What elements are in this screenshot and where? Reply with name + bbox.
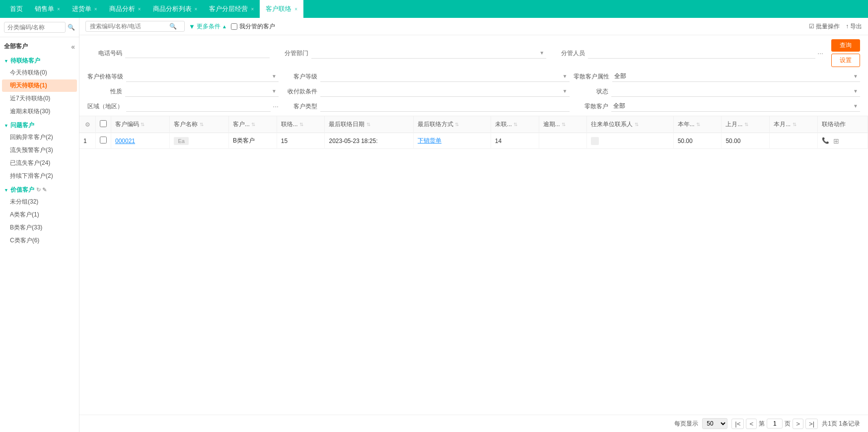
price-level-select[interactable]: ▼ [126, 71, 279, 82]
col-gear: ⚙ [79, 116, 96, 133]
page-number-input[interactable] [767, 419, 783, 429]
dept-select[interactable]: ▼ [311, 48, 547, 59]
sidebar-item-a-class[interactable]: A类客户(1) [2, 209, 77, 221]
unit-contact-placeholder [591, 137, 599, 145]
sort-icon[interactable]: ⇅ [562, 122, 566, 127]
nav-customer-segment[interactable]: 客户分层经营 × [203, 0, 260, 18]
col-name: 客户名称 ⇅ [170, 116, 228, 133]
person-select[interactable] [588, 48, 815, 59]
sidebar-search-input[interactable] [4, 22, 66, 33]
sidebar-item-churned[interactable]: 已流失客户(24) [2, 157, 77, 169]
sort-icon[interactable]: ⇅ [744, 122, 748, 127]
customer-level-select[interactable]: ▼ [320, 71, 570, 82]
price-level-label: 客户价格等级 [87, 72, 123, 81]
customer-type-label: 客户类型 [283, 102, 317, 111]
sort-icon[interactable]: ⇅ [635, 122, 639, 127]
sidebar-item-unclassified[interactable]: 未分组(32) [2, 196, 77, 208]
query-button[interactable]: 查询 [831, 39, 860, 52]
cell-action: 📞 ⊞ [817, 133, 868, 149]
retail-customer-select[interactable]: 全部 ▼ [611, 101, 861, 112]
main-search-input[interactable] [90, 23, 169, 30]
nature-select[interactable]: ▼ [125, 86, 279, 97]
batch-icon: ☑ [809, 23, 814, 30]
nav-sales[interactable]: 销售单 × [29, 0, 66, 18]
chevron-down-icon: ▼ [272, 73, 277, 79]
sidebar-item-b-class[interactable]: B类客户(33) [2, 221, 77, 234]
phone-input[interactable] [125, 49, 270, 58]
sort-icon[interactable]: ⇅ [141, 122, 145, 127]
all-customers-label: 全部客户 [4, 42, 28, 51]
sidebar-item-tomorrow[interactable]: 明天待联络(1) [2, 79, 77, 92]
next-page-btn[interactable]: > [793, 419, 803, 429]
export-btn[interactable]: ↑ 导出 [846, 22, 862, 31]
nav-purchase[interactable]: 进货单 × [66, 0, 103, 18]
filter-row-3: 性质 ▼ 收付款条件 ▼ 状态 [87, 86, 860, 97]
sort-icon[interactable]: ⇅ [513, 122, 517, 127]
nav-home[interactable]: 首页 [4, 0, 29, 18]
more-conditions-btn[interactable]: ▼ 更多条件 ▲ [189, 22, 227, 31]
cell-last-month: 50.00 [722, 133, 770, 149]
cell-code[interactable]: 000021 [111, 133, 170, 149]
cell-name[interactable]: Ea [170, 133, 228, 149]
my-customers-toggle[interactable]: 我分管的客户 [231, 22, 275, 31]
col-unit-contact: 往来单位联系人 ⇅ [587, 116, 673, 133]
table-gear-icon[interactable]: ⚙ [83, 121, 91, 129]
sort-icon[interactable]: ⇅ [793, 122, 796, 127]
select-all-checkbox[interactable] [100, 120, 107, 127]
collapse-icon[interactable]: « [71, 43, 75, 51]
prev-page-btn[interactable]: < [746, 419, 757, 429]
search-box: 🔍 [85, 21, 185, 32]
close-icon: × [195, 6, 198, 12]
sidebar-item-declining[interactable]: 持续下滑客户(2) [2, 170, 77, 182]
set-button[interactable]: 设置 [831, 54, 860, 67]
row-checkbox[interactable] [100, 137, 107, 144]
sort-icon[interactable]: ⇅ [366, 122, 370, 127]
first-page-btn[interactable]: |< [731, 419, 744, 429]
area-label: 区域（地区） [87, 102, 123, 111]
phone-action-icon[interactable]: 📞 [822, 137, 829, 145]
area-dots-icon[interactable]: ··· [273, 102, 279, 110]
per-page-select[interactable]: 50 100 200 [702, 418, 727, 429]
sort-icon[interactable]: ⇅ [299, 122, 303, 127]
phone-label: 电话号码 [87, 49, 122, 58]
nav-product-analysis-list[interactable]: 商品分析列表 × [147, 0, 204, 18]
batch-op-btn[interactable]: ☑ 批量操作 [809, 22, 840, 31]
data-table-container: ⚙ 客户编码 ⇅ 客户名称 ⇅ [79, 116, 868, 415]
grid-action-icon[interactable]: ⊞ [833, 137, 839, 145]
sidebar-item-churn-warning[interactable]: 流失预警客户(3) [2, 144, 77, 156]
close-icon: × [94, 6, 97, 12]
nav-product-analysis[interactable]: 商品分析 × [103, 0, 147, 18]
sort-icon[interactable]: ⇅ [696, 122, 700, 127]
customer-type-select[interactable] [320, 101, 570, 112]
my-customers-checkbox[interactable] [231, 23, 237, 30]
col-last-date: 最后联络日期 ⇅ [325, 116, 414, 133]
filter-row-1: 电话号码 分管部门 ▼ 分管人员 [87, 39, 860, 67]
last-page-btn[interactable]: >| [805, 419, 818, 429]
sidebar: 🔍 全部客户 « 待联络客户 今天待联络(0) 明天待联络(1) 近7天待联络(… [0, 18, 79, 432]
payment-select[interactable]: ▼ [320, 86, 570, 97]
sidebar-item-today[interactable]: 今天待联络(0) [2, 67, 77, 79]
sort-icon[interactable]: ⇅ [455, 122, 459, 127]
sidebar-item-abnormal[interactable]: 回购异常客户(2) [2, 131, 77, 144]
cell-last-method[interactable]: 下销货单 [414, 133, 491, 149]
search-icon[interactable]: 🔍 [68, 24, 75, 31]
sidebar-item-overdue[interactable]: 逾期未联络(30) [2, 105, 77, 118]
nature-label: 性质 [87, 87, 122, 96]
chevron-down-icon: ▼ [563, 73, 568, 79]
nav-customer-contact[interactable]: 客户联络 × [260, 0, 303, 18]
sidebar-item-c-class[interactable]: C类客户(6) [2, 234, 77, 247]
retail-attr-select[interactable]: 全部 ▼ [612, 71, 861, 82]
retail-attr-label: 零散客户属性 [574, 72, 609, 81]
sort-icon[interactable]: ⇅ [200, 122, 204, 127]
sidebar-item-7days[interactable]: 近7天待联络(0) [2, 92, 77, 105]
sidebar-search-area: 🔍 [0, 18, 79, 37]
filter-area: 区域（地区） ··· [87, 101, 279, 112]
dots-icon[interactable]: ··· [817, 49, 823, 57]
cell-last-date: 2023-05-23 18:25: [325, 133, 414, 149]
value-group-icons[interactable]: ↻ ✎ [36, 187, 47, 193]
status-select[interactable]: ▼ [611, 86, 861, 97]
cell-contact-count: 15 [277, 133, 325, 149]
area-select[interactable] [126, 101, 271, 112]
search-icon[interactable]: 🔍 [169, 23, 177, 30]
sort-icon[interactable]: ⇅ [251, 122, 255, 127]
